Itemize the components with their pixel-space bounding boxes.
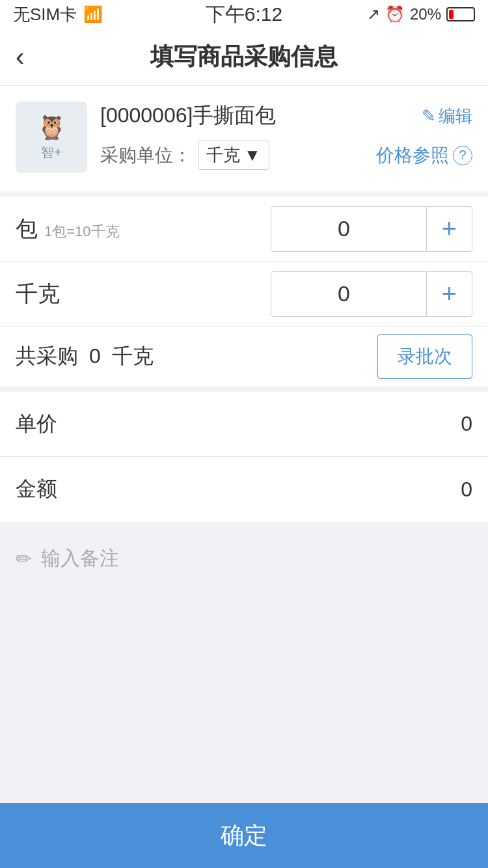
summary-text: 共采购 0 千克 <box>16 342 154 371</box>
battery-icon <box>446 7 475 21</box>
kg-input-row: 千克 + <box>0 262 488 327</box>
bag-plus-button[interactable]: + <box>427 206 472 252</box>
purchase-unit-label: 采购单位： <box>100 143 191 168</box>
info-icon: ? <box>453 146 472 165</box>
purchase-unit-group: 采购单位： 千克 ▼ <box>100 141 269 170</box>
summary-prefix: 共采购 <box>16 344 78 368</box>
product-info: [0000006]手撕面包 ✎ 编辑 采购单位： 千克 ▼ 价格参照 ? <box>100 102 472 170</box>
location-icon: ↗ <box>367 5 380 23</box>
battery-fill <box>449 10 454 19</box>
summary-row: 共采购 0 千克 录批次 <box>0 327 488 392</box>
remark-section[interactable]: ✏ 输入备注 <box>0 527 488 590</box>
thumb-label: 智+ <box>41 144 62 161</box>
amount-label: 金额 <box>16 475 57 504</box>
product-name: [0000006]手撕面包 <box>100 102 276 130</box>
bag-label-group: 包 1包=10千克 <box>16 214 120 244</box>
price-info-section: 单价 0 金额 0 <box>0 392 488 522</box>
bottom-space <box>0 590 488 818</box>
edit-icon: ✎ <box>422 106 436 126</box>
status-right: ↗ ⏰ 20% <box>367 5 475 23</box>
status-left: 无SIM卡 📶 <box>13 3 103 26</box>
bag-quantity-input[interactable] <box>271 206 427 252</box>
battery-body <box>446 7 475 21</box>
unit-price-value: 0 <box>461 412 472 436</box>
purchase-unit-row: 采购单位： 千克 ▼ 价格参照 ? <box>100 141 472 170</box>
amount-row: 金额 0 <box>0 457 488 522</box>
kg-input-section: 千克 + <box>0 262 488 327</box>
batch-button[interactable]: 录批次 <box>377 334 472 379</box>
thumb-icon: 🦉 <box>37 114 66 141</box>
confirm-bar[interactable]: 确定 <box>0 803 488 868</box>
page-title: 填写商品采购信息 <box>150 41 338 73</box>
price-ref-label: 价格参照 <box>376 143 449 168</box>
bag-input-section: 包 1包=10千克 + <box>0 197 488 262</box>
unit-price-row: 单价 0 <box>0 392 488 457</box>
alarm-icon: ⏰ <box>385 5 405 23</box>
product-name-row: [0000006]手撕面包 ✎ 编辑 <box>100 102 472 130</box>
pencil-icon: ✏ <box>16 547 32 570</box>
kg-plus-button[interactable]: + <box>427 271 472 317</box>
amount-value: 0 <box>461 478 472 502</box>
kg-quantity-input[interactable] <box>271 271 427 317</box>
unit-price-label: 单价 <box>16 410 57 439</box>
product-card: 🦉 智+ [0000006]手撕面包 ✎ 编辑 采购单位： 千克 ▼ 价格参照 … <box>0 86 488 197</box>
bag-sub-label: 1包=10千克 <box>44 222 120 241</box>
status-time: 下午6:12 <box>206 1 282 28</box>
price-reference-button[interactable]: 价格参照 ? <box>376 143 472 168</box>
product-thumbnail: 🦉 智+ <box>16 102 87 173</box>
bag-input-row: 包 1包=10千克 + <box>0 197 488 262</box>
wifi-icon: 📶 <box>83 5 103 23</box>
kg-label: 千克 <box>16 279 60 309</box>
nav-bar: ‹ 填写商品采购信息 <box>0 29 488 86</box>
confirm-button[interactable]: 确定 <box>221 820 267 852</box>
battery-percent: 20% <box>410 5 441 23</box>
summary-suffix: 千克 <box>112 344 154 368</box>
edit-button[interactable]: ✎ 编辑 <box>422 105 472 128</box>
bag-input-right: + <box>271 206 472 252</box>
remark-placeholder: 输入备注 <box>41 545 119 572</box>
carrier-label: 无SIM卡 <box>13 3 77 26</box>
unit-value: 千克 <box>206 144 240 167</box>
edit-label: 编辑 <box>439 105 472 128</box>
summary-amount: 0 <box>89 344 101 368</box>
unit-selector[interactable]: 千克 ▼ <box>198 141 269 170</box>
chevron-down-icon: ▼ <box>244 145 261 165</box>
back-button[interactable]: ‹ <box>16 42 24 72</box>
kg-input-right: + <box>271 271 472 317</box>
status-bar: 无SIM卡 📶 下午6:12 ↗ ⏰ 20% <box>0 0 488 29</box>
bag-label: 包 <box>16 214 38 244</box>
